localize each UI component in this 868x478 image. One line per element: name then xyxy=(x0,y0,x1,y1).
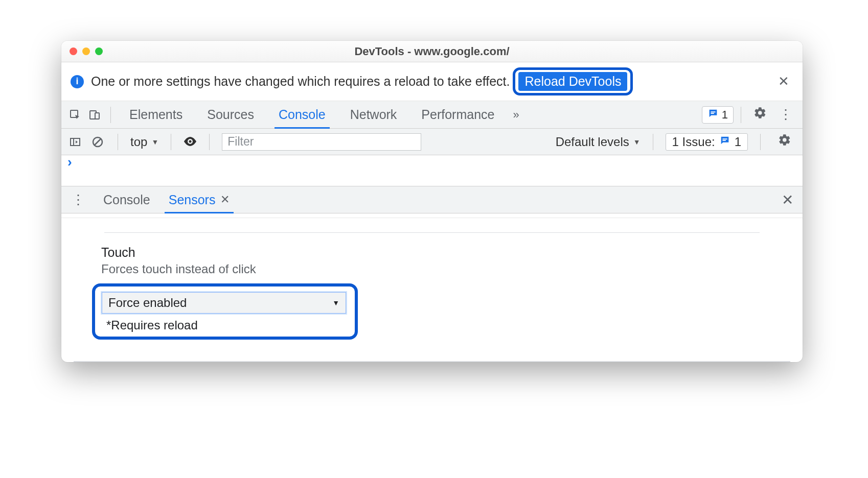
touch-select-value: Force enabled xyxy=(108,296,187,310)
console-output[interactable]: › xyxy=(61,155,803,186)
separator xyxy=(110,107,111,123)
context-selector[interactable]: top ▼ xyxy=(130,135,158,149)
reload-devtools-button[interactable]: Reload DevTools xyxy=(518,72,627,91)
infobar-message: One or more settings have changed which … xyxy=(91,74,510,89)
dropdown-icon: ▼ xyxy=(151,138,158,146)
sensors-panel: Touch Forces touch instead of click Forc… xyxy=(61,218,803,354)
issues-label: 1 Issue: xyxy=(672,135,715,149)
devtools-window: DevTools - www.google.com/ i One or more… xyxy=(61,41,803,362)
separator xyxy=(209,134,210,150)
context-label: top xyxy=(130,135,147,149)
drawer-tabs: ⋮ Console Sensors ✕ ✕ xyxy=(61,186,803,213)
live-expression-icon[interactable] xyxy=(184,135,197,149)
traffic-lights xyxy=(70,47,103,55)
settings-gear-icon[interactable] xyxy=(748,106,772,123)
svg-line-8 xyxy=(95,139,101,145)
close-drawer-icon[interactable]: ✕ xyxy=(782,192,797,208)
svg-point-9 xyxy=(189,140,192,142)
titlebar: DevTools - www.google.com/ xyxy=(61,41,803,62)
separator xyxy=(171,134,171,150)
more-tabs-icon[interactable]: » xyxy=(508,108,524,122)
clear-console-icon[interactable] xyxy=(90,134,105,150)
dropdown-icon: ▼ xyxy=(332,299,339,307)
device-toolbar-icon[interactable] xyxy=(86,106,103,124)
drawer-more-icon[interactable]: ⋮ xyxy=(66,192,94,208)
issues-button[interactable]: 1 Issue: 1 xyxy=(666,133,748,151)
touch-subheading: Forces touch instead of click xyxy=(101,262,772,276)
drawer-tab-sensors[interactable]: Sensors ✕ xyxy=(159,186,239,213)
message-icon xyxy=(707,108,719,122)
separator xyxy=(741,107,741,123)
svg-rect-3 xyxy=(711,111,715,112)
touch-heading: Touch xyxy=(101,245,772,260)
maximize-window-button[interactable] xyxy=(95,47,103,55)
filter-input[interactable] xyxy=(222,133,421,151)
infobar-close-icon[interactable]: ✕ xyxy=(774,74,793,89)
inspect-element-icon[interactable] xyxy=(66,106,84,124)
reload-highlight: Reload DevTools xyxy=(513,67,633,95)
touch-highlight: Force enabled ▼ *Requires reload xyxy=(92,283,358,340)
svg-rect-10 xyxy=(722,138,727,139)
separator xyxy=(760,134,761,150)
requires-reload-note: *Requires reload xyxy=(106,318,347,332)
tab-performance[interactable]: Performance xyxy=(410,101,506,128)
tab-console[interactable]: Console xyxy=(267,101,337,128)
svg-rect-5 xyxy=(71,138,80,146)
tab-network[interactable]: Network xyxy=(339,101,408,128)
tab-sources[interactable]: Sources xyxy=(196,101,265,128)
messages-count: 1 xyxy=(722,108,728,122)
svg-rect-2 xyxy=(95,113,99,119)
window-title: DevTools - www.google.com/ xyxy=(61,45,803,58)
touch-select[interactable]: Force enabled ▼ xyxy=(101,292,347,314)
toggle-sidebar-icon[interactable] xyxy=(67,134,83,150)
svg-rect-11 xyxy=(722,140,725,141)
console-prompt-icon: › xyxy=(67,154,72,170)
levels-label: Default levels xyxy=(556,135,629,149)
main-toolbar: Elements Sources Console Network Perform… xyxy=(61,101,803,129)
drawer-tab-label: Sensors xyxy=(169,193,216,207)
close-tab-icon[interactable]: ✕ xyxy=(220,193,230,206)
more-options-icon[interactable]: ⋮ xyxy=(774,107,797,123)
dropdown-icon: ▼ xyxy=(633,138,641,146)
reload-infobar: i One or more settings have changed whic… xyxy=(61,62,803,101)
message-icon xyxy=(719,135,730,149)
drawer-tab-label: Console xyxy=(103,193,150,207)
separator xyxy=(118,134,118,150)
console-settings-gear-icon[interactable] xyxy=(773,133,796,150)
info-icon: i xyxy=(71,75,84,88)
issues-count: 1 xyxy=(735,135,741,149)
divider xyxy=(74,361,790,362)
close-window-button[interactable] xyxy=(70,47,77,55)
separator xyxy=(653,134,653,150)
divider xyxy=(104,232,760,233)
console-toolbar: top ▼ Default levels ▼ 1 Issue: 1 xyxy=(61,129,803,155)
drawer-tab-console[interactable]: Console xyxy=(94,186,159,213)
minimize-window-button[interactable] xyxy=(82,47,90,55)
svg-rect-4 xyxy=(711,113,714,114)
tab-elements[interactable]: Elements xyxy=(118,101,194,128)
messages-badge[interactable]: 1 xyxy=(702,106,734,124)
log-levels-selector[interactable]: Default levels ▼ xyxy=(556,135,641,149)
